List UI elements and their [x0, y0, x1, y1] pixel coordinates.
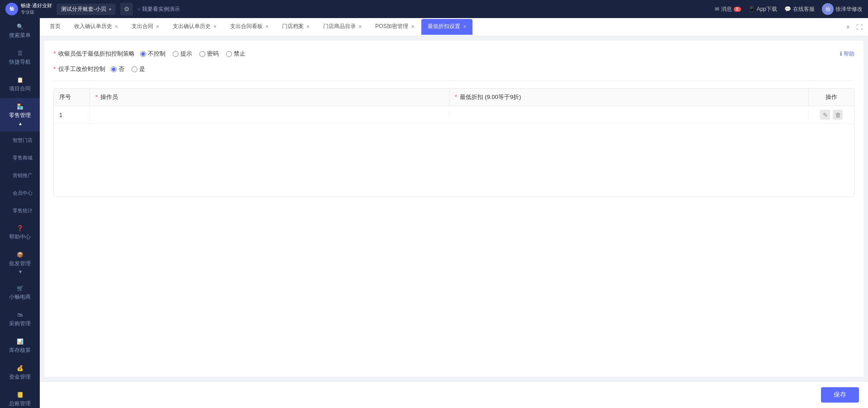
message-label: 消息 — [721, 5, 732, 13]
radio-password[interactable]: 密码 — [199, 50, 219, 58]
sidebar-item-ledger-mgmt[interactable]: 📒 总账管理 — [0, 386, 40, 408]
sidebar-item-quick-nav[interactable]: ☰ 快捷导航 — [0, 45, 40, 71]
save-button[interactable]: 保存 — [821, 387, 859, 403]
user-name: 徐泽华修改 — [835, 5, 863, 13]
logo-text: 畅捷·通好业财 — [21, 3, 52, 9]
project-selector[interactable]: 测试分开账套-小贝 ▾ — [57, 4, 116, 15]
tab-store-goods-catalog[interactable]: 门店商品目录 × — [317, 19, 368, 35]
tab-income-history-label: 收入确认单历史 — [74, 23, 112, 30]
retail-icon: 🏪 — [17, 103, 24, 110]
sidebar-item-help-center[interactable]: ❓ 帮助中心 — [0, 220, 40, 246]
logo-text-block: 畅捷·通好业财 专业版 — [21, 3, 52, 15]
chevron-up-icon: ▲ — [18, 121, 23, 126]
sidebar: 🔍 搜索菜单 ☰ 快捷导航 📋 项目合同 🏪 零售管理 ▲ 智慧门店 零售商城 … — [0, 18, 40, 408]
sidebar-label-help-center: 帮助中心 — [9, 233, 31, 241]
help-icon: ❓ — [17, 225, 24, 231]
radio-forbid-label: 禁止 — [234, 50, 245, 58]
sidebar-item-purchase-mgmt[interactable]: 🛍 采购管理 — [0, 306, 40, 333]
sidebar-item-inventory[interactable]: 📊 库存核算 — [0, 333, 40, 360]
sidebar-label-smart-store: 智慧门店 — [13, 137, 33, 144]
sidebar-item-search[interactable]: 🔍 搜索菜单 — [0, 18, 40, 45]
sidebar-item-batch-mgmt[interactable]: 📦 批发管理 ▼ — [0, 246, 40, 280]
radio-remind[interactable]: 提示 — [173, 50, 192, 58]
sidebar-label-project-contract: 项目合同 — [9, 85, 31, 93]
sidebar-item-project-contract[interactable]: 📋 项目合同 — [0, 71, 40, 98]
page-content: * 收银员低于最低折扣控制策略 不控制 提示 — [40, 36, 868, 381]
ecommerce-icon: 🛒 — [17, 285, 24, 291]
message-icon: ✉ — [715, 6, 719, 12]
sidebar-item-retail-mgmt[interactable]: 🏪 零售管理 ▲ — [0, 98, 40, 131]
sidebar-label-member-center: 会员中心 — [13, 190, 33, 197]
radio-no-label: 否 — [118, 65, 124, 73]
delete-icon[interactable]: 🗑 — [833, 110, 843, 120]
tab-pos-password-close[interactable]: × — [411, 23, 414, 30]
tab-bar: 首页 收入确认单历史 × 支出合同 × 支出确认单历史 × 支出合同看板 × 门… — [40, 18, 868, 36]
message-btn[interactable]: ✉ 消息 8 — [715, 5, 741, 13]
sidebar-item-member-center[interactable]: 会员中心 — [0, 184, 40, 202]
sidebar-label-retail-stats: 零售统计 — [13, 207, 33, 214]
help-icon: ℹ — [840, 51, 842, 57]
tab-min-discount-settings-close[interactable]: × — [463, 23, 466, 30]
topbar: 畅 畅捷·通好业财 专业版 测试分开账套-小贝 ▾ ⚙ 我要看实例演示 ✉ 消息… — [0, 0, 868, 18]
tab-payment-confirm-history-label: 支出确认单历史 — [173, 23, 211, 30]
discount-table: 序号 * 操作员 * 最低折扣 (9.00等于9折) 操作 1 — [53, 88, 854, 197]
project-name: 测试分开账套-小贝 — [61, 5, 106, 13]
sidebar-item-ecommerce[interactable]: 🛒 小畅电商 — [0, 280, 40, 306]
radio-yes[interactable]: 是 — [132, 65, 145, 73]
settings-icon[interactable]: ⚙ — [120, 3, 133, 15]
tab-payment-contract-board-label: 支出合同看板 — [230, 23, 263, 30]
tab-income-history-close[interactable]: × — [115, 23, 118, 30]
tab-payment-contract-close[interactable]: × — [156, 23, 159, 30]
radio-no[interactable]: 否 — [111, 65, 124, 73]
th-discount: * 最低折扣 (9.00等于9折) — [449, 89, 809, 106]
tab-income-history[interactable]: 收入确认单历史 × — [68, 19, 124, 35]
control-strategy-radio-group: 不控制 提示 密码 禁 — [140, 50, 245, 58]
th-discount-required: * — [455, 94, 457, 100]
sidebar-item-marketing[interactable]: 营销推广 — [0, 167, 40, 184]
th-action: 操作 — [809, 89, 854, 106]
tab-home[interactable]: 首页 — [43, 19, 67, 35]
sidebar-item-smart-store[interactable]: 智慧门店 — [0, 131, 40, 149]
tab-payment-contract-board[interactable]: 支出合同看板 × — [224, 19, 275, 35]
contract-icon: 📋 — [17, 77, 24, 83]
radio-yes-label: 是 — [139, 65, 145, 73]
radio-forbid[interactable]: 禁止 — [226, 50, 245, 58]
help-btn[interactable]: ℹ 帮助 — [840, 50, 854, 58]
avatar: 徐 — [822, 3, 834, 15]
tab-payment-confirm-history-close[interactable]: × — [213, 23, 217, 30]
demo-link[interactable]: 我要看实例演示 — [137, 5, 180, 13]
tab-home-label: 首页 — [50, 23, 61, 30]
tab-store-goods-catalog-close[interactable]: × — [359, 23, 362, 30]
tab-store-file[interactable]: 门店档案 × — [276, 19, 316, 35]
sidebar-item-retail-stats[interactable]: 零售统计 — [0, 202, 40, 220]
radio-no-control-label: 不控制 — [148, 50, 165, 58]
tab-store-goods-catalog-label: 门店商品目录 — [323, 23, 356, 30]
user-area[interactable]: 徐 徐泽华修改 — [822, 3, 863, 15]
tab-close-all-btn[interactable]: × — [844, 23, 852, 32]
td-discount-1 — [449, 111, 809, 118]
tab-min-discount-settings-label: 最低折扣设置 — [428, 23, 460, 30]
quicknav-icon: ☰ — [18, 50, 23, 56]
sidebar-item-retail-mall[interactable]: 零售商城 — [0, 149, 40, 167]
edit-icon[interactable]: ✎ — [820, 110, 830, 120]
td-seq-1: 1 — [54, 108, 90, 122]
tab-payment-contract[interactable]: 支出合同 × — [125, 19, 165, 35]
app-download-label: App下载 — [757, 5, 777, 13]
radio-no-control[interactable]: 不控制 — [140, 50, 165, 58]
sidebar-item-fund-mgmt[interactable]: 💰 资金管理 — [0, 360, 40, 386]
sidebar-label-fund-mgmt: 资金管理 — [9, 373, 31, 381]
main-layout: 🔍 搜索菜单 ☰ 快捷导航 📋 项目合同 🏪 零售管理 ▲ 智慧门店 零售商城 … — [0, 18, 868, 408]
th-seq: 序号 — [54, 89, 90, 106]
app-download-btn[interactable]: 📱 App下载 — [748, 5, 777, 13]
sidebar-label-ledger-mgmt: 总账管理 — [9, 400, 31, 408]
tab-expand-btn[interactable]: ⛶ — [854, 23, 864, 32]
tab-min-discount-settings[interactable]: 最低折扣设置 × — [421, 19, 472, 35]
tab-store-file-close[interactable]: × — [307, 23, 310, 30]
online-service-btn[interactable]: 💬 在线客服 — [784, 5, 815, 13]
sidebar-label-retail-mall: 零售商城 — [13, 155, 33, 161]
bottom-bar: 保存 — [40, 381, 868, 408]
tab-pos-password[interactable]: POS加密管理 × — [369, 19, 420, 35]
tab-payment-confirm-history[interactable]: 支出确认单历史 × — [166, 19, 223, 35]
tab-payment-contract-board-close[interactable]: × — [265, 23, 269, 30]
online-service-label: 在线客服 — [793, 5, 815, 13]
